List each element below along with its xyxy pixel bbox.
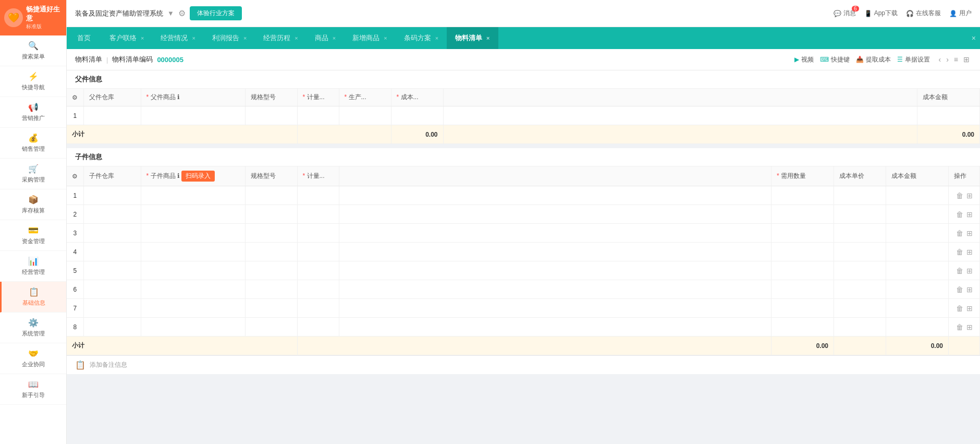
child-spec-cell-7[interactable] — [245, 299, 297, 318]
message-btn[interactable]: 💬 消息 6 — [834, 9, 856, 18]
child-unit-cost-cell-7[interactable] — [834, 299, 886, 318]
sidebar-item-purchase[interactable]: 🛒采购管理 — [0, 159, 66, 189]
nav-tab-newgoods[interactable]: 新增商品× — [344, 27, 395, 49]
nav-tab-history[interactable]: 经营历程× — [255, 27, 306, 49]
parent-warehouse-cell[interactable] — [83, 106, 141, 125]
child-unit-cost-cell-6[interactable] — [834, 280, 886, 299]
app-download-btn[interactable]: 📱 App下载 — [864, 9, 898, 18]
close-tab-bom[interactable]: × — [486, 35, 489, 41]
child-qty-cell-5[interactable] — [771, 261, 834, 280]
sidebar-item-search[interactable]: 🔍搜索菜单 — [0, 35, 66, 66]
child-unit-cost-cell-2[interactable] — [834, 205, 886, 224]
child-warehouse-cell-3[interactable] — [83, 224, 141, 243]
nav-tab-profit[interactable]: 利润报告× — [204, 27, 255, 49]
child-unit-cell-6[interactable] — [297, 280, 339, 299]
sidebar-item-guide[interactable]: 📖新手引导 — [0, 374, 66, 405]
copy-row-btn-3[interactable]: ⊞ — [966, 229, 973, 237]
child-unit-cost-cell-3[interactable] — [834, 224, 886, 243]
dropdown-icon[interactable]: ▼ — [167, 9, 174, 17]
nav-tab-operations[interactable]: 经营情况× — [152, 27, 203, 49]
child-qty-cell-8[interactable] — [771, 318, 834, 337]
delete-row-btn-8[interactable]: 🗑 — [956, 323, 963, 331]
settings-icon[interactable]: ⚙ — [178, 8, 186, 18]
nav-next-btn[interactable]: › — [944, 54, 951, 65]
delete-row-btn-2[interactable]: 🗑 — [956, 210, 963, 219]
copy-row-btn-4[interactable]: ⊞ — [966, 248, 973, 256]
delete-row-btn-7[interactable]: 🗑 — [956, 304, 963, 313]
nav-tab-barcode[interactable]: 条码方案× — [396, 27, 447, 49]
sidebar-item-business[interactable]: 📊经营管理 — [0, 251, 66, 282]
nav-end-btn[interactable]: ≡ — [952, 54, 960, 65]
single-setting-btn[interactable]: ☰ 单据设置 — [897, 55, 930, 64]
copy-row-btn-5[interactable]: ⊞ — [966, 267, 973, 275]
delete-row-btn-6[interactable]: 🗑 — [956, 285, 963, 294]
child-unit-cell-7[interactable] — [297, 299, 339, 318]
copy-row-btn-1[interactable]: ⊞ — [966, 191, 973, 200]
child-spec-cell-1[interactable] — [245, 186, 297, 205]
sidebar-item-inventory[interactable]: 📦库存核算 — [0, 189, 66, 220]
extract-cost-btn[interactable]: 📥 提取成本 — [856, 55, 891, 64]
child-product-cell-8[interactable] — [141, 318, 245, 337]
nav-tab-home[interactable]: 首页 — [67, 27, 101, 49]
delete-row-btn-5[interactable]: 🗑 — [956, 267, 963, 275]
delete-row-btn-3[interactable]: 🗑 — [956, 229, 963, 237]
child-warehouse-cell-6[interactable] — [83, 280, 141, 299]
child-unit-cost-cell-1[interactable] — [834, 186, 886, 205]
nav-tab-bom[interactable]: 物料清单× — [447, 27, 498, 49]
child-unit-cost-cell-4[interactable] — [834, 243, 886, 261]
close-tab-customer[interactable]: × — [141, 35, 144, 41]
parent-col-settings[interactable]: ⚙ — [67, 89, 83, 106]
sidebar-item-finance[interactable]: 💳资金管理 — [0, 220, 66, 251]
sidebar-item-basic[interactable]: 📋基础信息 — [0, 282, 66, 313]
close-tab-barcode[interactable]: × — [435, 35, 438, 41]
close-all-tabs-btn[interactable]: × — [967, 34, 980, 42]
child-unit-cell-4[interactable] — [297, 243, 339, 261]
parent-prod-cell[interactable] — [339, 106, 391, 125]
parent-unit-cell[interactable] — [297, 106, 339, 125]
trial-button[interactable]: 体验行业方案 — [190, 6, 242, 20]
sidebar-item-cooperation[interactable]: 🤝企业协同 — [0, 343, 66, 374]
child-unit-cell-8[interactable] — [297, 318, 339, 337]
child-warehouse-cell-5[interactable] — [83, 261, 141, 280]
close-tab-goods[interactable]: × — [333, 35, 336, 41]
child-spec-cell-5[interactable] — [245, 261, 297, 280]
child-spec-cell-6[interactable] — [245, 280, 297, 299]
child-spec-cell-4[interactable] — [245, 243, 297, 261]
nav-tab-goods[interactable]: 商品× — [307, 27, 344, 49]
online-service-btn[interactable]: 🎧 在线客服 — [906, 9, 941, 18]
child-unit-cost-cell-5[interactable] — [834, 261, 886, 280]
shortcut-btn[interactable]: ⌨ 快捷键 — [820, 55, 850, 64]
scan-btn[interactable]: 扫码录入 — [181, 171, 215, 182]
child-qty-cell-4[interactable] — [771, 243, 834, 261]
nav-expand-btn[interactable]: ⊞ — [961, 54, 972, 65]
parent-spec-cell[interactable] — [245, 106, 297, 125]
child-product-cell-4[interactable] — [141, 243, 245, 261]
child-product-cell-6[interactable] — [141, 280, 245, 299]
close-tab-newgoods[interactable]: × — [384, 35, 387, 41]
child-product-cell-5[interactable] — [141, 261, 245, 280]
child-product-cell-2[interactable] — [141, 205, 245, 224]
sidebar-item-sales[interactable]: 💰销售管理 — [0, 128, 66, 159]
child-warehouse-cell-7[interactable] — [83, 299, 141, 318]
close-tab-operations[interactable]: × — [192, 35, 195, 41]
copy-row-btn-6[interactable]: ⊞ — [966, 285, 973, 294]
sidebar-item-system[interactable]: ⚙️系统管理 — [0, 313, 66, 343]
child-col-settings[interactable]: ⚙ — [67, 166, 83, 186]
user-btn[interactable]: 👤 用户 — [949, 9, 972, 18]
child-qty-cell-1[interactable] — [771, 186, 834, 205]
close-tab-profit[interactable]: × — [243, 35, 247, 41]
copy-row-btn-7[interactable]: ⊞ — [966, 304, 973, 313]
sidebar-item-quicknav[interactable]: ⚡快捷导航 — [0, 66, 66, 97]
child-warehouse-cell-8[interactable] — [83, 318, 141, 337]
nav-tab-customer[interactable]: 客户联络× — [101, 27, 152, 49]
child-unit-cost-cell-8[interactable] — [834, 318, 886, 337]
child-product-cell-1[interactable] — [141, 186, 245, 205]
child-qty-cell-2[interactable] — [771, 205, 834, 224]
copy-row-btn-8[interactable]: ⊞ — [966, 323, 973, 331]
close-tab-history[interactable]: × — [295, 35, 298, 41]
child-spec-cell-2[interactable] — [245, 205, 297, 224]
parent-product-cell[interactable] — [141, 106, 245, 125]
child-unit-cell-2[interactable] — [297, 205, 339, 224]
child-qty-cell-6[interactable] — [771, 280, 834, 299]
child-spec-cell-8[interactable] — [245, 318, 297, 337]
